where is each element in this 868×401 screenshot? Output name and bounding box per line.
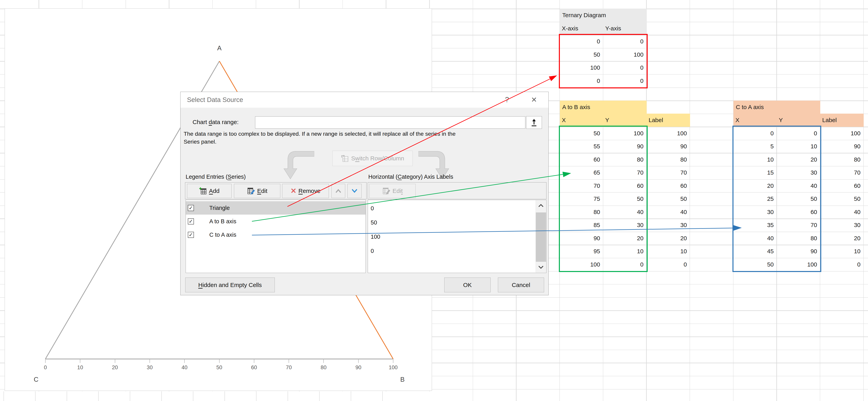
cell-label[interactable]: 10: [820, 245, 864, 258]
ab-header-x[interactable]: X: [560, 114, 603, 127]
x-axis-tick-label: 0: [37, 365, 53, 371]
cell-label[interactable]: 100: [647, 127, 690, 140]
axis-value-item[interactable]: 0: [368, 244, 546, 258]
switch-row-column-label: Switch Row/Column: [351, 155, 404, 162]
cell-label[interactable]: 0: [647, 258, 690, 271]
ca-header-x[interactable]: X: [734, 114, 777, 127]
close-icon[interactable]: ✕: [525, 92, 543, 108]
edit-axis-button-label: Edit: [393, 188, 403, 194]
cancel-button[interactable]: Cancel: [498, 278, 544, 292]
chevron-down-icon: [350, 188, 359, 194]
x-axis-tick-label: 70: [281, 365, 297, 371]
legend-entries-label: Legend Entries (Series): [186, 173, 246, 180]
x-axis-tick-label: 90: [350, 365, 366, 371]
move-series-down-button[interactable]: [347, 184, 362, 198]
cell-label[interactable]: 40: [647, 206, 690, 219]
ternary-header-x[interactable]: X-axis: [560, 22, 603, 35]
cell-label[interactable]: 90: [647, 140, 690, 153]
hidden-and-empty-cells-button[interactable]: Hidden and Empty Cells: [185, 278, 275, 292]
add-table-icon: [199, 187, 207, 195]
ab-header-label[interactable]: Label: [647, 114, 690, 127]
x-axis-tick-label: 80: [316, 365, 332, 371]
ternary-table-title[interactable]: Ternary Diagram: [560, 9, 647, 22]
axis-list-scrollbar[interactable]: [536, 200, 546, 273]
range-selector-icon: [531, 119, 537, 126]
vertex-label-b: B: [394, 376, 411, 383]
scroll-up-button[interactable]: [536, 200, 546, 211]
cell-label[interactable]: 70: [820, 166, 864, 179]
remove-x-icon: ✕: [290, 187, 297, 195]
cell-label[interactable]: 80: [647, 153, 690, 166]
select-data-source-dialog: Select Data Source ? ✕ Chart data range:…: [180, 92, 549, 295]
notice-line-2: Series panel.: [184, 138, 216, 145]
cell-label[interactable]: 10: [647, 245, 690, 258]
remove-button-label: Remove: [299, 188, 320, 194]
axis-value-item[interactable]: 100: [368, 229, 546, 244]
cell-label[interactable]: 30: [647, 219, 690, 232]
switch-row-column-button[interactable]: Switch Row/Column: [332, 151, 413, 166]
cell-label[interactable]: 20: [647, 232, 690, 245]
cell-label[interactable]: 30: [820, 219, 864, 232]
add-button-label: Add: [209, 188, 219, 194]
axis-values: 0501000: [368, 201, 546, 258]
chart-data-range-input[interactable]: [255, 116, 525, 129]
ternary-header-y[interactable]: Y-axis: [603, 22, 647, 35]
cell-label[interactable]: 0: [820, 258, 864, 271]
checkbox-checked[interactable]: ✓: [188, 218, 194, 224]
cell-label[interactable]: 50: [647, 192, 690, 206]
ca-header-label[interactable]: Label: [820, 114, 864, 127]
curved-arrow-left-icon: [282, 150, 314, 180]
cell-label[interactable]: 100: [820, 127, 864, 140]
axis-value-item[interactable]: 0: [368, 201, 546, 215]
axis-labels-list: 0501000: [368, 200, 547, 273]
cell-label[interactable]: 80: [820, 153, 864, 166]
green-range-outline: [559, 126, 648, 272]
chart-data-range-label: Chart data range:: [192, 117, 239, 127]
vertex-label-c: C: [27, 376, 45, 383]
vertex-label-a: A: [211, 44, 228, 52]
axis-labels-label: Horizontal (Category) Axis Labels: [368, 173, 453, 180]
series-label: C to A axis: [209, 232, 236, 238]
x-axis-tick-label: 30: [142, 365, 158, 371]
switch-row-column-icon: [341, 154, 349, 162]
ca-header-y[interactable]: Y: [777, 114, 820, 127]
edit-table-icon: [247, 187, 255, 195]
chevron-up-icon: [334, 188, 343, 194]
remove-series-button[interactable]: ✕ Remove: [282, 184, 329, 198]
notice-line-1: The data range is too complex to be disp…: [184, 130, 456, 137]
x-axis-tick-label: 60: [246, 365, 262, 371]
edit-axis-labels-button[interactable]: Edit: [369, 184, 416, 198]
dialog-title: Select Data Source: [187, 92, 243, 108]
series-item-triangle[interactable]: ✓ Triangle: [186, 201, 366, 215]
ab-header-y[interactable]: Y: [603, 114, 647, 127]
series-item-a-to-b[interactable]: ✓ A to B axis: [186, 215, 366, 228]
scroll-down-icon: [537, 265, 544, 269]
x-axis-tick-label: 10: [72, 365, 88, 371]
add-series-button[interactable]: Add: [187, 184, 231, 198]
cell-label[interactable]: 60: [820, 179, 864, 192]
cell-label[interactable]: 90: [820, 140, 864, 153]
ab-table-title[interactable]: A to B axis: [560, 101, 647, 114]
legend-entries-list: ✓ Triangle ✓ A to B axis ✓ C to A axis: [186, 200, 366, 273]
cell-label[interactable]: 20: [820, 232, 864, 245]
scroll-up-icon: [537, 204, 544, 208]
series-label: A to B axis: [209, 218, 236, 225]
checkbox-checked[interactable]: ✓: [188, 232, 194, 238]
axis-value-item[interactable]: 50: [368, 215, 546, 229]
ok-button[interactable]: OK: [444, 278, 491, 292]
x-axis-tick-label: 40: [177, 365, 192, 371]
scroll-down-button[interactable]: [536, 261, 546, 273]
move-series-up-button[interactable]: [332, 184, 345, 198]
cell-label[interactable]: 50: [820, 192, 864, 206]
edit-series-button[interactable]: Edit: [234, 184, 280, 198]
cell-label[interactable]: 40: [820, 206, 864, 219]
series-item-c-to-a[interactable]: ✓ C to A axis: [186, 228, 366, 241]
collapse-dialog-button[interactable]: [526, 116, 542, 129]
ca-table-title[interactable]: C to A axis: [734, 101, 820, 114]
scrollbar-thumb[interactable]: [536, 212, 546, 262]
checkbox-checked[interactable]: ✓: [188, 205, 194, 211]
cell-label[interactable]: 60: [647, 179, 690, 192]
cell-label[interactable]: 70: [647, 166, 690, 179]
help-icon[interactable]: ?: [498, 92, 516, 108]
x-axis-tick-label: 100: [385, 365, 401, 371]
